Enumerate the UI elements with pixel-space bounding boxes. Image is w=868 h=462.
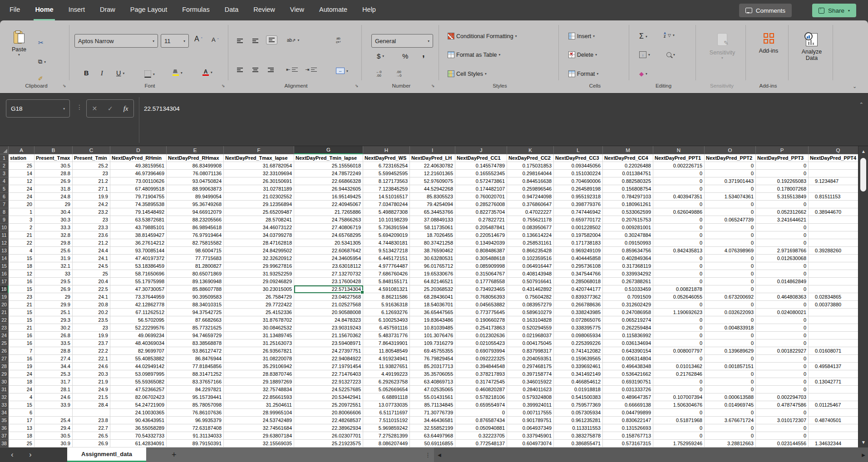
cell-D14[interactable]: 47.40197372 [110, 255, 167, 262]
cell-E23[interactable]: 85.77321625 [167, 324, 224, 332]
cell-G14[interactable]: 24.34605954 [294, 255, 363, 262]
cell-J37[interactable]: 0.32223705 [455, 432, 507, 440]
cell-C30[interactable]: 21.9 [73, 378, 110, 386]
clear-button[interactable]: ◆▾ [639, 70, 647, 77]
cell-C34[interactable] [73, 409, 110, 417]
cell-N31[interactable]: 0 [653, 386, 705, 393]
cancel-icon[interactable]: ✕ [92, 105, 97, 112]
row-header-17[interactable]: 17 [0, 278, 9, 285]
cell-C15[interactable]: 24.5 [73, 262, 110, 270]
cell-F19[interactable]: 26.7584729 [224, 293, 294, 301]
cell-D22[interactable]: 56.5702095 [110, 316, 167, 324]
menu-tab-review[interactable]: Review [252, 0, 276, 20]
cell-L12[interactable]: 0.171738183 [554, 239, 603, 247]
percent-style-button[interactable]: % [402, 52, 408, 60]
cell-J30[interactable]: 0.317472545 [455, 378, 507, 386]
row-header-33[interactable]: 33 [0, 401, 9, 409]
cell-O21[interactable]: 0.032622093 [705, 309, 756, 316]
clipboard-dialog-launcher-icon[interactable]: ⇘ [63, 84, 66, 88]
middle-align-button[interactable] [252, 39, 258, 43]
cell-N12[interactable]: 0 [653, 239, 705, 247]
comments-button[interactable]: Comments [739, 4, 792, 17]
cell-P19[interactable]: 0.464808363 [756, 293, 809, 301]
scroll-down-icon[interactable]: ▼ [858, 440, 868, 445]
kebab-menu-icon[interactable]: ⋮ [425, 447, 431, 462]
cell-A10[interactable]: 2 [9, 224, 35, 231]
scroll-up-icon[interactable]: ▲ [858, 149, 868, 154]
format-cells-button[interactable]: Format▾ [568, 70, 598, 77]
cell-F34[interactable]: 28.99965104 [224, 409, 294, 417]
cell-K13[interactable]: 0.866235428 [507, 247, 554, 255]
cell-I35[interactable]: 34.46436581 [410, 417, 455, 424]
cell-D4[interactable]: 73.00110626 [110, 177, 167, 185]
cell-M15[interactable]: 0.317368119 [603, 262, 653, 270]
cell-D26[interactable]: 82.9699707 [110, 347, 167, 355]
cell-N5[interactable]: 0 [653, 185, 705, 193]
cell-P5[interactable]: 0.178007268 [756, 185, 809, 193]
cell-O34[interactable]: 0 [705, 409, 756, 417]
column-header-D[interactable]: D [110, 146, 167, 154]
cell-G30[interactable]: 22.91327223 [294, 378, 363, 386]
addins-button[interactable]: Add-ins [750, 33, 787, 54]
row-header-29[interactable]: 29 [0, 370, 9, 378]
sensitivity-button[interactable]: Sensitivity ▾ [702, 33, 743, 60]
cell-E35[interactable]: 96.9935379 [167, 417, 224, 424]
increase-decimal-button[interactable]: ←0.00 [376, 70, 381, 78]
cell-F10[interactable]: 34.46073122 [224, 224, 294, 231]
cell-M4[interactable]: 0.882580325 [603, 177, 653, 185]
cell-C8[interactable]: 23.2 [73, 208, 110, 216]
cell-E19[interactable]: 90.39509583 [167, 293, 224, 301]
cell-P26[interactable]: 0.001822927 [756, 347, 809, 355]
cell-F20[interactable]: 29.7722422 [224, 301, 294, 309]
cell-D7[interactable]: 74.35895538 [110, 201, 167, 208]
cell-P33[interactable]: 0.478747586 [756, 401, 809, 409]
cell-O15[interactable]: 0 [705, 262, 756, 270]
cell-K37[interactable]: 0.337945901 [507, 432, 554, 440]
cell-H34[interactable]: 6.511711697 [363, 409, 410, 417]
column-header-A[interactable]: A [9, 146, 35, 154]
font-color-button[interactable]: A▾ [202, 69, 212, 76]
cell-M19[interactable]: 0.7091509 [603, 293, 653, 301]
cell-N22[interactable]: 0 [653, 316, 705, 324]
cell-P20[interactable]: 0 [756, 301, 809, 309]
cell-I7[interactable]: 79.4254094 [410, 201, 455, 208]
menu-tab-page-layout[interactable]: Page Layout [129, 0, 168, 20]
column-header-I[interactable]: I [410, 146, 455, 154]
cell-H22[interactable]: 6.100253493 [363, 316, 410, 324]
cell-N19[interactable]: 0.052646055 [653, 293, 705, 301]
cell-F32[interactable]: 22.85661593 [224, 393, 294, 401]
collapse-ribbon-icon[interactable]: ⌄ [853, 84, 857, 89]
cell-E16[interactable]: 80.65071869 [167, 270, 224, 278]
cell-L18[interactable]: 0.420744177 [554, 285, 603, 293]
cell-B19[interactable]: 29 [35, 293, 73, 301]
cell-H1[interactable]: NextDayPred_WS [363, 154, 410, 162]
cell-M1[interactable]: NextDayPred_CC4 [603, 154, 653, 162]
cell-M2[interactable]: 0.22026488 [603, 162, 653, 170]
cell-L20[interactable]: 0.266788636 [554, 301, 603, 309]
cell-H26[interactable]: 11.80548549 [363, 347, 410, 355]
cell-G38[interactable]: 25.21923575 [294, 440, 363, 447]
cell-P6[interactable]: 5.315513849 [756, 193, 809, 201]
cell-J24[interactable]: 0.012302636 [455, 332, 507, 339]
cell-C37[interactable]: 26.5 [73, 432, 110, 440]
cell-I24[interactable]: 101.3076476 [410, 332, 455, 339]
cell-A32[interactable]: 4 [9, 393, 35, 401]
next-sheet-icon[interactable]: › [29, 447, 32, 462]
cell-C24[interactable]: 19.9 [73, 332, 110, 339]
cell-K36[interactable]: 0.064937349 [507, 424, 554, 432]
cell-F1[interactable]: NextDayPred_Tmax_lapse [224, 154, 294, 162]
column-header-K[interactable]: K [507, 146, 554, 154]
cell-A29[interactable]: 24 [9, 370, 35, 378]
cell-M31[interactable]: 0.031333726 [603, 386, 653, 393]
cell-C29[interactable]: 20.3 [73, 370, 110, 378]
cell-M21[interactable]: 0.247086958 [603, 309, 653, 316]
cell-P9[interactable]: 3.241644621 [756, 216, 809, 224]
cell-A28[interactable]: 19 [9, 363, 35, 370]
cell-M24[interactable]: 0.115836992 [603, 332, 653, 339]
row-header-11[interactable]: 11 [0, 231, 9, 239]
row-header-32[interactable]: 32 [0, 393, 9, 401]
cell-N36[interactable]: 0 [653, 424, 705, 432]
cell-O14[interactable]: 0 [705, 255, 756, 262]
cell-A31[interactable]: 24 [9, 386, 35, 393]
cell-A24[interactable]: 16 [9, 332, 35, 339]
